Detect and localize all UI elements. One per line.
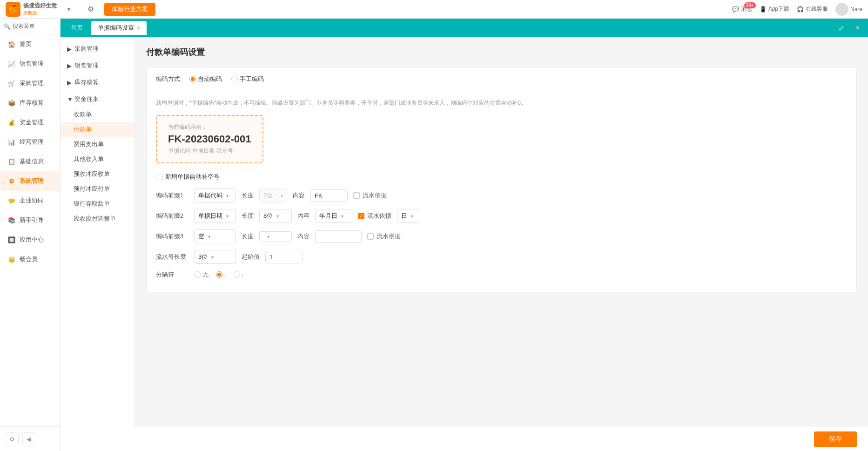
sub-nav-item-receipt[interactable]: 收款单 — [61, 107, 135, 122]
chevron-right-icon-2: ▶ — [67, 62, 73, 69]
sub-nav-purchase-title[interactable]: ▶ 采购管理 — [61, 41, 135, 57]
auto-fill-label: 新增单据自动补空号 — [165, 173, 220, 181]
dropdown-btn[interactable]: ▾ — [61, 3, 77, 15]
app-download-icon: 📱 — [760, 6, 767, 13]
start-value-input[interactable] — [265, 251, 303, 263]
prefix2-length-select[interactable]: 8位 ▾ — [259, 209, 292, 223]
sub-nav-sales-title[interactable]: ▶ 销售管理 — [61, 58, 135, 74]
serial-length-select[interactable]: 3位 ▾ — [194, 250, 236, 264]
chevron-down-icon-l1: ▾ — [281, 193, 283, 198]
auto-fill-checkbox[interactable] — [156, 174, 162, 180]
prefix2-content-select[interactable]: 年月日 ▾ — [315, 209, 352, 223]
app-download-btn[interactable]: 📱 App下载 — [760, 5, 789, 13]
chevron-down-icon-sl: ▾ — [211, 255, 214, 260]
trial-btn[interactable]: 体验行业方案 — [104, 3, 155, 16]
sub-nav-capital-title[interactable]: ▼ 资金往来 — [61, 91, 135, 107]
sidebar-item-enterprise[interactable]: 🤝 企业协同 — [0, 191, 60, 210]
sidebar-item-purchase[interactable]: 🛒 采购管理 — [0, 74, 60, 93]
prefix3-row: 编码前缀3 空 ▾ 长度 ▾ 内容 — [156, 229, 847, 243]
auto-code-option[interactable]: 自动编码 — [189, 75, 222, 83]
prefix3-length-select[interactable]: ▾ — [259, 231, 292, 242]
sub-nav-item-expense[interactable]: 费用支出单 — [61, 137, 135, 152]
search-menu-btn[interactable]: 🔍 搜索菜单 — [0, 19, 60, 34]
sidebar-item-home[interactable]: 🏠 首页 — [0, 34, 60, 54]
form-card: 编码方式 自动编码 手工编码 新增单据时，*单据编 — [146, 67, 857, 292]
sidebar-item-apps[interactable]: 🔲 应用中心 — [0, 230, 60, 249]
save-button[interactable]: 保存 — [814, 431, 857, 447]
search-icon: 🔍 — [4, 23, 11, 30]
close-window-btn[interactable]: × — [851, 21, 864, 34]
enterprise-icon: 🤝 — [7, 196, 16, 205]
prefix1-select[interactable]: 单据代码 ▾ — [194, 188, 236, 202]
sidebar-item-sales[interactable]: 📈 销售管理 — [0, 54, 60, 74]
tab-current[interactable]: 单据编码设置 × — [91, 21, 147, 35]
prefix1-content-label: 内容 — [293, 191, 305, 200]
avatar — [835, 3, 848, 16]
prefix3-serial-checkbox[interactable] — [367, 233, 374, 240]
prefix2-serial-group: ✓ 流水依据 — [358, 212, 391, 220]
prefix2-serial-select[interactable]: 日 ▾ — [397, 209, 420, 223]
prefix3-select[interactable]: 空 ▾ — [194, 229, 236, 243]
online-service-btn[interactable]: 🎧 在线客服 — [797, 5, 828, 13]
prefix3-serial-group: 流水依据 — [367, 232, 401, 241]
finance-icon: 💰 — [7, 118, 16, 127]
prefix1-content-input[interactable] — [310, 189, 348, 202]
expand-btn[interactable]: ⤢ — [834, 21, 848, 34]
sub-nav-item-payment[interactable]: 付款单 — [61, 122, 135, 137]
sidebar-item-operation[interactable]: 📊 经营管理 — [0, 132, 60, 152]
sidebar-item-basic[interactable]: 📋 基础信息 — [0, 152, 60, 171]
sep-dash-option[interactable]: · — [234, 271, 244, 278]
prefix2-serial-checkbox[interactable]: ✓ — [358, 213, 364, 219]
sep-none-radio[interactable] — [194, 271, 201, 278]
prefix1-label: 编码前缀1 — [156, 191, 188, 200]
sep-dash-radio[interactable] — [234, 271, 240, 278]
sub-nav-item-income[interactable]: 其他收入单 — [61, 152, 135, 167]
auto-code-radio[interactable] — [189, 76, 196, 82]
sidebar-item-guide[interactable]: 📚 新手引导 — [0, 210, 60, 230]
prefix3-content-input[interactable] — [315, 230, 362, 243]
chevron-down-icon-p1: ▾ — [226, 193, 229, 198]
sidebar-item-inventory[interactable]: 📦 库存核算 — [0, 93, 60, 113]
settings-btn[interactable]: ⚙ — [81, 3, 101, 15]
message-btn[interactable]: 💬 消息 99+ — [732, 5, 752, 13]
sub-nav-inventory-title[interactable]: ▶ 库存核算 — [61, 74, 135, 90]
sub-nav-item-pre-receipt[interactable]: 预收冲应收单 — [61, 167, 135, 182]
sidebar-item-finance[interactable]: 💰 资金管理 — [0, 113, 60, 132]
coding-method-label: 编码方式 — [156, 75, 180, 83]
serial-length-row: 流水号长度 3位 ▾ 起始值 — [156, 250, 847, 264]
sep-dot-radio[interactable] — [216, 271, 222, 278]
tab-close-btn[interactable]: × — [137, 25, 140, 31]
manual-code-option[interactable]: 手工编码 — [231, 75, 264, 83]
serial-length-label: 流水号长度 — [156, 253, 188, 261]
tab-home[interactable]: 首页 — [64, 21, 89, 35]
prefix2-select[interactable]: 单据日期 ▾ — [194, 209, 236, 223]
manual-code-radio[interactable] — [231, 76, 238, 82]
sidebar-item-member[interactable]: 👑 畅会员 — [0, 249, 60, 269]
radio-inner-2 — [217, 273, 221, 276]
sidebar: 🔍 搜索菜单 🏠 首页 📈 销售管理 🛒 采购管理 📦 库存核算 💰 资金管理 … — [0, 19, 61, 451]
sub-nav-item-adjustment[interactable]: 应收应付调整单 — [61, 211, 135, 226]
chevron-down-icon-p2: ▾ — [226, 214, 229, 219]
sidebar-settings-btn[interactable]: ⚙ — [6, 432, 19, 445]
content-wrapper: ▶ 采购管理 ▶ 销售管理 ▶ 库存核算 — [61, 37, 868, 427]
bottom-bar: 保存 — [61, 427, 868, 451]
chevron-down-icon-c2: ▾ — [341, 214, 343, 219]
prefix3-content-label: 内容 — [297, 232, 310, 241]
inventory-icon: 📦 — [7, 99, 16, 107]
prefix2-row: 编码前缀2 单据日期 ▾ 长度 8位 ▾ 内容 年月日 — [156, 209, 847, 223]
sub-nav-item-pre-payment[interactable]: 预付冲应付单 — [61, 182, 135, 196]
chevron-down-icon-p3: ▾ — [208, 234, 210, 239]
sub-nav-group-sales: ▶ 销售管理 — [61, 58, 135, 74]
preview-desc: 单据代码-单据日期-流水号 — [168, 147, 251, 155]
chevron-down-icon-s2: ▾ — [411, 214, 413, 219]
prefix1-serial-checkbox[interactable] — [353, 192, 360, 199]
sidebar-collapse-btn[interactable]: ◀ — [22, 432, 35, 445]
chevron-right-icon: ▶ — [67, 46, 73, 53]
separator-options: 无 · · — [194, 270, 243, 279]
user-avatar[interactable]: Nare — [835, 3, 862, 16]
sep-dot-option[interactable]: · — [216, 271, 226, 278]
sub-nav-item-bank[interactable]: 银行存取款单 — [61, 196, 135, 211]
sep-none-option[interactable]: 无 — [194, 270, 209, 279]
guide-icon: 📚 — [7, 216, 16, 224]
sidebar-item-system[interactable]: ⚙ 系统管理 — [0, 171, 60, 191]
